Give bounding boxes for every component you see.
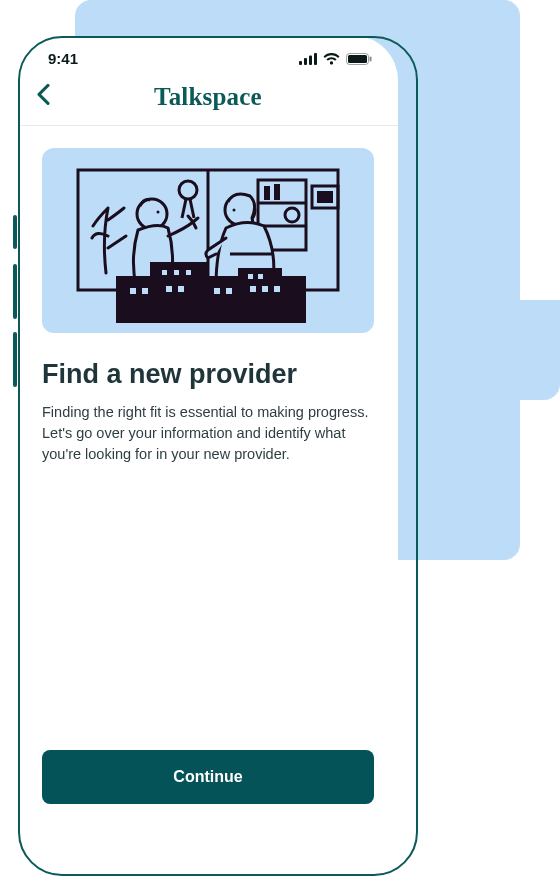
phone-frame xyxy=(18,36,418,876)
decor-bg-shape xyxy=(415,300,560,400)
phone-side-button xyxy=(13,332,17,387)
phone-side-button xyxy=(13,215,17,249)
phone-side-button xyxy=(13,264,17,319)
